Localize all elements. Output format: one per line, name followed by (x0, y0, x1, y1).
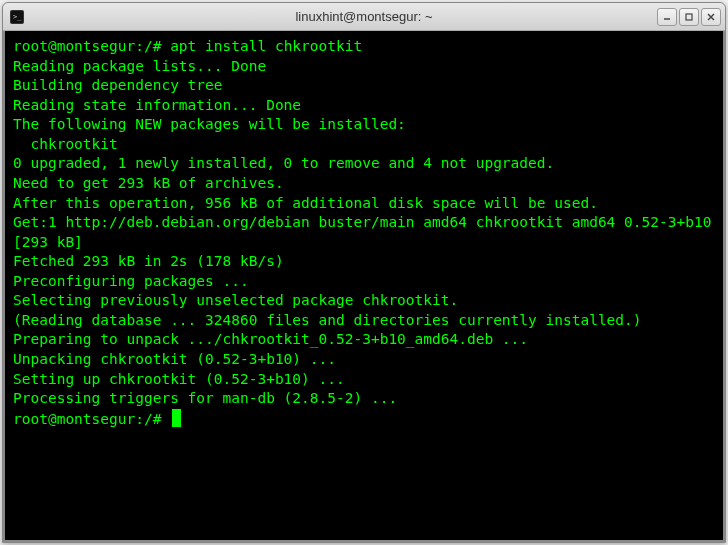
output-line: The following NEW packages will be insta… (13, 115, 715, 135)
svg-text:>_: >_ (13, 13, 22, 21)
output-line: Unpacking chkrootkit (0.52-3+b10) ... (13, 350, 715, 370)
terminal-icon: >_ (9, 9, 25, 25)
output-line: Need to get 293 kB of archives. (13, 174, 715, 194)
shell-prompt: root@montsegur:/# (13, 411, 170, 427)
svg-rect-4 (686, 14, 692, 20)
output-line: Preconfiguring packages ... (13, 272, 715, 292)
output-line: Building dependency tree (13, 76, 715, 96)
output-line: Reading package lists... Done (13, 57, 715, 77)
titlebar[interactable]: >_ linuxhint@montsegur: ~ (3, 3, 725, 31)
output-line: Selecting previously unselected package … (13, 291, 715, 311)
minimize-button[interactable] (657, 8, 677, 26)
command-text: apt install chkrootkit (170, 38, 362, 54)
output-line: Fetched 293 kB in 2s (178 kB/s) (13, 252, 715, 272)
window-controls (657, 8, 721, 26)
terminal-window: >_ linuxhint@montsegur: ~ root@montsegur… (2, 2, 726, 543)
prompt-line: root@montsegur:/# (13, 409, 715, 430)
maximize-button[interactable] (679, 8, 699, 26)
output-line: Get:1 http://deb.debian.org/debian buste… (13, 213, 715, 252)
output-line: Setting up chkrootkit (0.52-3+b10) ... (13, 370, 715, 390)
terminal-area[interactable]: root@montsegur:/# apt install chkrootkit… (3, 31, 725, 542)
output-line: After this operation, 956 kB of addition… (13, 194, 715, 214)
window-title: linuxhint@montsegur: ~ (295, 9, 432, 24)
close-button[interactable] (701, 8, 721, 26)
output-line: (Reading database ... 324860 files and d… (13, 311, 715, 331)
shell-prompt: root@montsegur:/# (13, 38, 170, 54)
output-line: Preparing to unpack .../chkrootkit_0.52-… (13, 330, 715, 350)
output-line: 0 upgraded, 1 newly installed, 0 to remo… (13, 154, 715, 174)
cursor (172, 409, 181, 427)
output-line: chkrootkit (13, 135, 715, 155)
output-line: Reading state information... Done (13, 96, 715, 116)
output-line: Processing triggers for man-db (2.8.5-2)… (13, 389, 715, 409)
command-line: root@montsegur:/# apt install chkrootkit (13, 37, 715, 57)
